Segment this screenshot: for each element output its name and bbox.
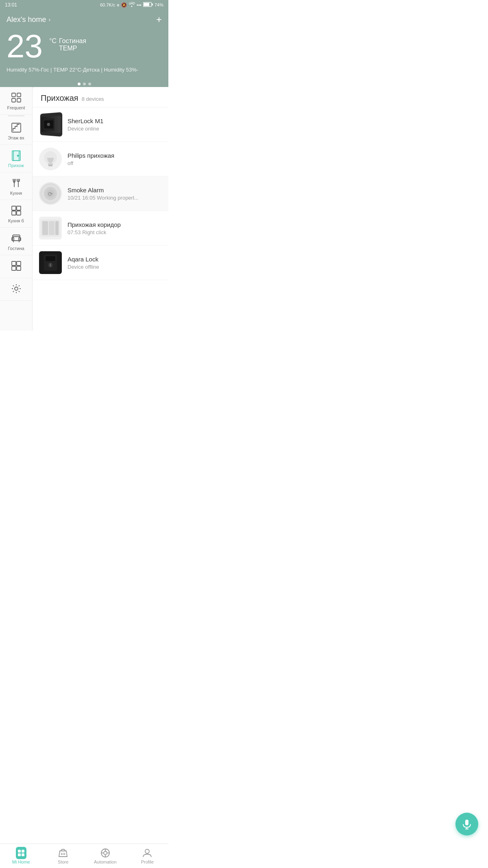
battery-percent: 74% bbox=[155, 2, 163, 7]
device-info-switch: Прихожая коридор 07:53 Right click bbox=[68, 221, 162, 235]
sidebar-item-grid3[interactable] bbox=[0, 255, 32, 278]
switch-status: 07:53 Right click bbox=[68, 229, 162, 235]
room-title: Прихожая bbox=[41, 94, 78, 103]
svg-rect-27 bbox=[17, 261, 21, 265]
svg-point-10 bbox=[17, 155, 18, 157]
etazh-label: Этаж вх bbox=[8, 135, 24, 140]
svg-rect-6 bbox=[17, 98, 21, 102]
device-item-prikhozh-koridor[interactable]: Прихожая коридор 07:53 Right click bbox=[33, 211, 168, 246]
smoke-status: 10/21 16:05 Working properl... bbox=[68, 195, 162, 201]
kukhnya-label: Кухня bbox=[10, 191, 22, 196]
home-name-text: Alex's home bbox=[7, 15, 46, 24]
device-info-aqara: Aqara Lock Device offline bbox=[68, 256, 162, 270]
svg-rect-17 bbox=[12, 206, 16, 210]
utensils-icon bbox=[10, 176, 23, 189]
device-thumb-philips bbox=[39, 148, 62, 170]
stairs-icon bbox=[10, 121, 23, 134]
frequent-label: Frequent bbox=[7, 105, 25, 110]
sidebar: Frequent Этаж вх Прихож bbox=[0, 87, 33, 331]
gear-icon bbox=[10, 282, 23, 295]
aqara-status: Device offline bbox=[68, 264, 162, 270]
status-bar: 13:01 60.7K/c ⎈ 🔕 ▪▪▪ 74% bbox=[0, 0, 168, 10]
svg-rect-36 bbox=[48, 163, 53, 165]
device-thumb-aqara bbox=[39, 251, 62, 274]
device-info-smoke: Smoke Alarm 10/21 16:05 Working properl.… bbox=[68, 187, 162, 201]
prikhozh-label: Прихож bbox=[8, 163, 24, 168]
sherlock-status: Device online bbox=[68, 126, 162, 132]
aqara-name: Aqara Lock bbox=[68, 256, 162, 263]
sidebar-item-frequent[interactable]: Frequent bbox=[0, 87, 32, 115]
room-header: Прихожая 8 devices bbox=[33, 87, 168, 107]
svg-rect-1 bbox=[152, 3, 153, 5]
device-thumb-smoke: ⟳ bbox=[39, 182, 62, 205]
svg-point-30 bbox=[15, 287, 18, 290]
home-title: Alex's home › + bbox=[7, 14, 162, 25]
svg-rect-20 bbox=[17, 211, 21, 215]
header-area: Alex's home › + 23 °C Гостиная TEMP Humi… bbox=[0, 10, 168, 79]
switch-name: Прихожая коридор bbox=[68, 221, 162, 228]
svg-rect-48 bbox=[46, 256, 55, 261]
frequent-icon bbox=[10, 91, 23, 104]
sidebar-item-gostina[interactable]: Гостина bbox=[0, 228, 32, 255]
temperature-value: 23 bbox=[7, 30, 43, 63]
dot-2[interactable] bbox=[83, 83, 86, 85]
temp-unit: °C bbox=[49, 37, 57, 45]
device-info-sherlock: SherLock M1 Device online bbox=[68, 117, 162, 132]
sofa-icon bbox=[10, 232, 23, 245]
sidebar-item-settings[interactable] bbox=[0, 278, 32, 301]
kukhnya-b-label: Кухня б bbox=[8, 218, 24, 223]
smoke-name: Smoke Alarm bbox=[68, 187, 162, 194]
humidity-strip: Humidity 57%-Гос | TEMP 22°C-Детска | Hu… bbox=[7, 67, 162, 73]
status-right: 60.7K/c ⎈ 🔕 ▪▪▪ 74% bbox=[100, 2, 163, 8]
svg-rect-2 bbox=[144, 3, 149, 6]
sherlock-name: SherLock M1 bbox=[68, 117, 162, 124]
device-item-sherlock[interactable]: SherLock M1 Device online bbox=[33, 107, 168, 142]
svg-rect-3 bbox=[12, 93, 15, 97]
sidebar-item-etazh[interactable]: Этаж вх bbox=[0, 117, 32, 145]
home-name[interactable]: Alex's home › bbox=[7, 15, 50, 24]
bluetooth-icon: ⎈ bbox=[117, 2, 120, 7]
temp-label: TEMP bbox=[59, 45, 86, 52]
svg-point-34 bbox=[47, 123, 50, 126]
pagination-dots bbox=[0, 79, 168, 87]
device-item-smoke[interactable]: ⟳ Smoke Alarm 10/21 16:05 Working proper… bbox=[33, 176, 168, 211]
bell-icon: 🔕 bbox=[121, 2, 127, 8]
signal-icon: ▪▪▪ bbox=[137, 2, 142, 7]
main-content: Frequent Этаж вх Прихож bbox=[0, 87, 168, 331]
door-icon bbox=[10, 149, 23, 162]
svg-rect-4 bbox=[17, 93, 21, 97]
sidebar-item-prikhozh[interactable]: Прихож bbox=[0, 145, 32, 172]
svg-rect-29 bbox=[17, 266, 21, 270]
sidebar-item-kukhnya[interactable]: Кухня bbox=[0, 172, 32, 200]
device-info-philips: Philips прихожая off bbox=[68, 152, 162, 166]
add-device-button[interactable]: + bbox=[156, 14, 162, 25]
svg-rect-28 bbox=[12, 266, 16, 270]
dot-1[interactable] bbox=[78, 83, 81, 85]
svg-rect-37 bbox=[48, 165, 52, 166]
temperature-widget: 23 °C Гостиная TEMP bbox=[7, 30, 162, 63]
wifi-icon bbox=[129, 2, 135, 8]
svg-rect-50 bbox=[50, 263, 51, 267]
sidebar-item-kukhnya-b[interactable]: Кухня б bbox=[0, 200, 32, 228]
network-speed: 60.7K/c bbox=[100, 2, 115, 7]
device-count: 8 devices bbox=[82, 96, 104, 102]
device-item-philips[interactable]: Philips прихожая off bbox=[33, 142, 168, 176]
chevron-icon: › bbox=[48, 16, 50, 23]
gostina-label: Гостина bbox=[8, 246, 24, 251]
device-item-aqara[interactable]: Aqara Lock Device offline bbox=[33, 246, 168, 280]
svg-rect-26 bbox=[12, 261, 16, 265]
philips-name: Philips прихожая bbox=[68, 152, 162, 159]
device-thumb-sherlock bbox=[40, 112, 62, 137]
svg-rect-18 bbox=[17, 206, 21, 210]
svg-rect-5 bbox=[12, 98, 15, 102]
svg-rect-43 bbox=[42, 221, 48, 235]
svg-rect-19 bbox=[12, 211, 16, 215]
philips-status: off bbox=[68, 160, 162, 166]
svg-rect-44 bbox=[49, 221, 54, 235]
temp-room: Гостиная bbox=[59, 37, 86, 45]
svg-text:⟳: ⟳ bbox=[48, 191, 53, 197]
dot-3[interactable] bbox=[88, 83, 91, 85]
status-time: 13:01 bbox=[5, 2, 17, 8]
grid2-icon bbox=[10, 204, 23, 217]
device-thumb-switch bbox=[39, 217, 62, 239]
